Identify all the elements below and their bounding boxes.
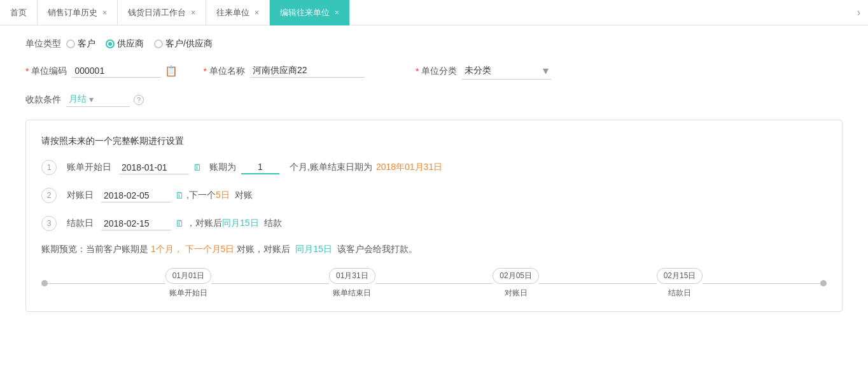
- preview-text: 账期预览：当前客户账期是 1个月， 下一个月5日 对账，对账后 同月15日 该客…: [41, 244, 827, 255]
- timeline-container: 01月01日 账单开始日 01月31日 账单结束日 02月05日 对账日 02月…: [41, 268, 827, 299]
- unit-code-label: 单位编码: [31, 66, 67, 77]
- timeline-badge-2: 01月31日: [329, 268, 375, 284]
- step-1-period-input[interactable]: [241, 160, 279, 174]
- step-2-desc-highlight: 5日: [216, 190, 230, 201]
- timeline-node-2: 01月31日 账单结束日: [329, 268, 375, 299]
- unit-category-chevron: ▾: [543, 64, 549, 78]
- page-content: 单位类型 客户 供应商 客户/供应商 * 单位编码: [0, 25, 868, 387]
- unit-code-input[interactable]: [72, 64, 161, 78]
- unit-info-row: * 单位编码 📋 * 单位名称 * 单位分类 未分类 ▾: [25, 62, 843, 80]
- step-2-desc-prefix: ,下一个: [186, 190, 216, 201]
- preview-p1: 1个月，: [151, 244, 183, 254]
- radio-supplier-label: 供应商: [117, 38, 144, 50]
- timeline-node-1: 01月01日 账单开始日: [165, 268, 212, 299]
- unit-name-item: * 单位名称: [203, 64, 364, 78]
- radio-both[interactable]: 客户/供应商: [154, 38, 213, 50]
- timeline-label-3: 对账日: [505, 288, 528, 299]
- payment-chevron: ▾: [89, 94, 94, 104]
- payment-help-icon[interactable]: ?: [134, 95, 144, 105]
- step-2-calendar-icon[interactable]: 🗓: [175, 190, 184, 201]
- step-3-desc-highlight: 同月15日: [222, 218, 259, 229]
- timeline-node-3: 02月05日 对账日: [493, 268, 539, 299]
- unit-category-star: *: [416, 66, 419, 76]
- step-1-row: 1 账单开始日 🗓 账期为 个月,账单结束日期为 2018年01月31日: [41, 160, 827, 175]
- radio-customer-circle: [66, 39, 75, 48]
- step-1-date-input[interactable]: [119, 161, 189, 174]
- step-2-label: 对账日: [67, 190, 94, 201]
- tabs-bar: 首页 销售订单历史 × 钱货日清工作台 × 往来单位 × 编辑往来单位 × ›: [0, 0, 868, 25]
- radio-customer[interactable]: 客户: [66, 38, 95, 50]
- step-3-calendar-icon[interactable]: 🗓: [175, 218, 184, 229]
- tab-sales-history[interactable]: 销售订单历史 ×: [38, 0, 118, 25]
- payment-row: 收款条件 月结 ▾ ?: [25, 92, 843, 107]
- preview-prefix: 账期预览：当前客户账期是: [41, 244, 148, 254]
- step-3-date-input[interactable]: [101, 217, 171, 230]
- step-3-desc-suffix: 结款: [264, 218, 282, 229]
- unit-category-label: 单位分类: [421, 66, 457, 77]
- step-1-period-label: 账期为: [209, 162, 236, 173]
- unit-type-radio-group: 客户 供应商 客户/供应商: [66, 38, 213, 50]
- timeline-end-dot: [820, 280, 827, 286]
- timeline-node-4: 02月15日 结款日: [657, 268, 703, 299]
- tab-edit-partner-close[interactable]: ×: [335, 8, 339, 17]
- radio-supplier[interactable]: 供应商: [106, 38, 144, 50]
- step-2-desc-suffix: 对账: [235, 190, 253, 201]
- step-3-label: 结款日: [67, 218, 94, 229]
- unit-code-item: * 单位编码 📋: [25, 64, 178, 78]
- payment-value: 月结: [69, 94, 87, 105]
- timeline-line-3: [375, 283, 493, 284]
- step-1-period-end: 2018年01月31日: [376, 162, 442, 173]
- tab-edit-partner-label: 编辑往来单位: [280, 7, 330, 18]
- radio-both-label: 客户/供应商: [165, 38, 213, 50]
- unit-category-item: * 单位分类 未分类 ▾: [416, 62, 551, 80]
- timeline-label-4: 结款日: [668, 288, 691, 299]
- tab-partner[interactable]: 往来单位 ×: [206, 0, 270, 25]
- preview-middle: 对账，对账后: [237, 244, 290, 254]
- timeline-badge-1: 01月01日: [165, 268, 212, 284]
- unit-name-input[interactable]: [250, 64, 365, 78]
- radio-both-circle: [154, 39, 163, 48]
- unit-name-label: 单位名称: [209, 66, 245, 77]
- tab-edit-partner[interactable]: 编辑往来单位 ×: [270, 0, 350, 25]
- unit-category-select[interactable]: 未分类 ▾: [462, 62, 551, 80]
- step-2-date-input[interactable]: [101, 189, 171, 202]
- tab-cash-work[interactable]: 钱货日清工作台 ×: [118, 0, 206, 25]
- step-3-num: 3: [41, 216, 57, 231]
- tab-sales-history-close[interactable]: ×: [102, 8, 107, 17]
- payment-item: 收款条件 月结 ▾ ?: [25, 92, 144, 107]
- tab-cash-work-close[interactable]: ×: [191, 8, 195, 17]
- tab-partner-close[interactable]: ×: [255, 8, 259, 17]
- step-1-period-unit: 个月,账单结束日期为: [290, 162, 372, 173]
- tab-home-label: 首页: [10, 7, 27, 18]
- tab-home[interactable]: 首页: [0, 0, 38, 25]
- step-1-calendar-icon[interactable]: 🗓: [193, 162, 202, 172]
- payment-select[interactable]: 月结 ▾: [66, 92, 130, 107]
- unit-type-label: 单位类型: [25, 38, 61, 50]
- radio-supplier-circle: [106, 39, 115, 48]
- unit-category-value: 未分类: [465, 65, 543, 76]
- preview-suffix: 该客户会给我打款。: [337, 244, 417, 254]
- payment-label: 收款条件: [25, 94, 61, 106]
- card-section: 请按照未来的一个完整帐期进行设置 1 账单开始日 🗓 账期为 个月,账单结束日期…: [25, 120, 843, 312]
- timeline-line-5: [703, 283, 820, 284]
- tab-cash-work-label: 钱货日清工作台: [128, 7, 186, 18]
- preview-p3: 同月15日: [295, 244, 332, 254]
- timeline-line-1: [48, 283, 165, 284]
- step-3-desc-prefix: ，对账后: [186, 218, 222, 229]
- step-2-row: 2 对账日 🗓 ,下一个 5日 对账: [41, 188, 827, 203]
- tabs-expand-icon[interactable]: ›: [850, 7, 868, 18]
- unit-type-item: 单位类型 客户 供应商 客户/供应商: [25, 38, 213, 50]
- timeline-start-dot: [41, 280, 48, 286]
- timeline-label-2: 账单结束日: [333, 288, 371, 299]
- preview-p2: 下一个月5日: [185, 244, 235, 254]
- tab-sales-history-label: 销售订单历史: [48, 7, 97, 18]
- unit-code-icon[interactable]: 📋: [165, 65, 178, 77]
- timeline-label-1: 账单开始日: [169, 288, 207, 299]
- timeline-line-4: [539, 283, 657, 284]
- unit-name-star: *: [203, 66, 206, 76]
- step-3-row: 3 结款日 🗓 ，对账后 同月15日 结款: [41, 216, 827, 231]
- step-2-num: 2: [41, 188, 57, 203]
- card-title: 请按照未来的一个完整帐期进行设置: [41, 136, 827, 147]
- timeline-badge-3: 02月05日: [493, 268, 539, 284]
- step-1-num: 1: [41, 160, 57, 175]
